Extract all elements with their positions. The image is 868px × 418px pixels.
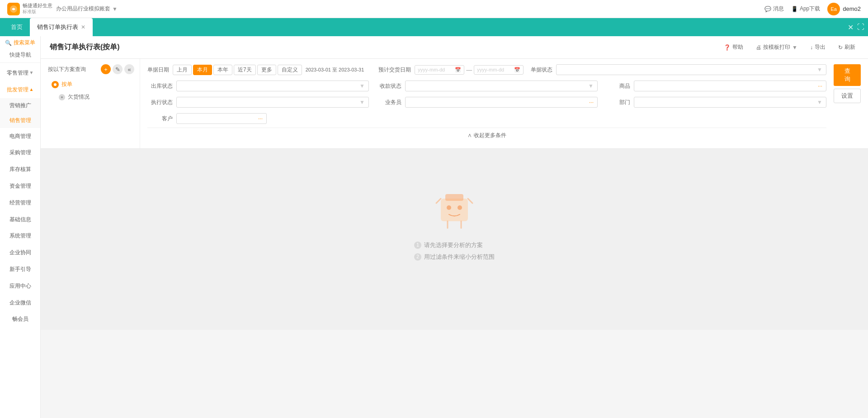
sidebar-item-operations[interactable]: 经营管理 bbox=[0, 195, 40, 211]
sidebar-item-enterprise[interactable]: 企业协同 bbox=[0, 244, 40, 261]
expected-date-to[interactable]: yyyy-mm-dd 📅 bbox=[474, 65, 524, 75]
sidebar-item-retail[interactable]: 零售管理 ▼ bbox=[0, 65, 40, 81]
customer-input[interactable]: ··· bbox=[176, 113, 267, 124]
sidebar-item-marketing-label: 营销推广 bbox=[9, 102, 31, 109]
refresh-label: 刷新 bbox=[844, 43, 855, 51]
sidebar-item-inventory[interactable]: 库存核算 bbox=[0, 161, 40, 178]
app-download-button[interactable]: 📱 App下载 bbox=[791, 5, 820, 13]
scheme-add-button[interactable]: + bbox=[101, 64, 111, 74]
doc-status-arrow-icon: ▼ bbox=[817, 66, 822, 73]
date-btn-more[interactable]: 更多 bbox=[257, 65, 276, 75]
date-btn-last7[interactable]: 近7天 bbox=[234, 65, 256, 75]
logo-icon bbox=[7, 3, 20, 15]
sidebar-item-procurement[interactable]: 采购管理 bbox=[0, 144, 40, 161]
breadcrumb-arrow-icon[interactable]: ▼ bbox=[112, 6, 118, 12]
filter-cell-exec: 执行状态 ▼ bbox=[147, 97, 369, 108]
scheme-edit-button[interactable]: ✎ bbox=[113, 64, 123, 74]
sidebar-item-system[interactable]: 系统管理 bbox=[0, 228, 40, 244]
date-btn-last-month[interactable]: 上月 bbox=[173, 65, 192, 75]
goods-input[interactable]: ··· bbox=[634, 81, 826, 91]
exec-status-select[interactable]: ▼ bbox=[176, 97, 369, 108]
search-icon: 🔍 bbox=[5, 40, 12, 46]
date-btn-this-year[interactable]: 本年 bbox=[213, 65, 232, 75]
sidebar-item-sales[interactable]: 销售管理 bbox=[0, 113, 40, 128]
svg-line-8 bbox=[468, 199, 472, 203]
sidebar-quick-nav[interactable]: 快捷导航 bbox=[0, 49, 40, 63]
message-icon: 💬 bbox=[764, 6, 771, 12]
logo-name: 畅捷通好生意 bbox=[23, 3, 52, 9]
header-right: 💬 消息 📱 App下载 Ea demo2 bbox=[764, 3, 861, 15]
date-btn-this-month[interactable]: 本月 bbox=[193, 65, 212, 75]
query-button[interactable]: 查询 bbox=[834, 64, 861, 86]
sidebar-item-newbie[interactable]: 新手引导 bbox=[0, 261, 40, 278]
header-left: 畅捷通好生意 标准版 办公用品行业模拟账套 ▼ bbox=[7, 3, 118, 15]
expected-date-from[interactable]: yyyy-mm-dd 📅 bbox=[415, 65, 464, 75]
tab-close-all-button[interactable]: ✕ bbox=[848, 23, 854, 32]
calendar-to-icon: 📅 bbox=[514, 67, 520, 73]
sidebar-item-finance-label: 资金管理 bbox=[9, 183, 31, 189]
sidebar: 🔍 搜索菜单 快捷导航 零售管理 ▼ 批发管理 ▲ 营销推广 销售管理 电商管理… bbox=[0, 36, 41, 418]
date-btn-custom[interactable]: 自定义 bbox=[278, 65, 302, 75]
tab-bar: 首页 销售订单执行表 ✕ ✕ ⛶ bbox=[0, 18, 868, 36]
sidebar-item-procurement-label: 采购管理 bbox=[9, 149, 31, 156]
sidebar-item-wechat[interactable]: 企业微信 bbox=[0, 294, 40, 311]
scheme-panel-title: 按以下方案查询 bbox=[48, 66, 86, 73]
user-area[interactable]: Ea demo2 bbox=[827, 3, 861, 15]
warehouse-status-select[interactable]: ▼ bbox=[176, 81, 369, 91]
doc-status-select[interactable]: ▼ bbox=[556, 64, 826, 75]
tab-close-icon[interactable]: ✕ bbox=[81, 24, 85, 30]
sidebar-item-wholesale[interactable]: 批发管理 ▲ bbox=[0, 81, 40, 98]
sidebar-item-wechat-label: 企业微信 bbox=[9, 299, 31, 306]
breadcrumb: 办公用品行业模拟账套 ▼ bbox=[56, 5, 118, 13]
date-separator: — bbox=[466, 66, 472, 73]
empty-tips: 1 请先选择要分析的方案 2 用过滤条件来缩小分析范围 bbox=[414, 239, 495, 263]
help-button[interactable]: ❓ 帮助 bbox=[720, 42, 747, 53]
user-name[interactable]: demo2 bbox=[843, 5, 861, 12]
filter-row-2: 出库状态 ▼ 收款状态 ▼ bbox=[147, 81, 826, 91]
sidebar-item-marketing[interactable]: 营销推广 bbox=[0, 98, 40, 113]
department-select[interactable]: ▼ bbox=[634, 97, 826, 108]
salesperson-label: 业务员 bbox=[376, 99, 401, 106]
collapse-bar[interactable]: ∧ 收起更多条件 bbox=[147, 128, 826, 143]
doc-status-label: 单据状态 bbox=[531, 66, 552, 74]
settings-button[interactable]: 设置 bbox=[834, 89, 861, 103]
payment-status-select[interactable]: ▼ bbox=[405, 81, 598, 91]
tab-fullscreen-button[interactable]: ⛶ bbox=[857, 23, 864, 31]
refresh-button[interactable]: ↻ 刷新 bbox=[835, 42, 859, 53]
message-button[interactable]: 💬 消息 bbox=[764, 5, 784, 13]
app-download-label: App下载 bbox=[800, 5, 820, 13]
tab-bar-actions: ✕ ⛶ bbox=[848, 23, 868, 32]
tab-sales-exec[interactable]: 销售订单执行表 ✕ bbox=[30, 18, 93, 36]
print-button[interactable]: 🖨 按模板打印 ▼ bbox=[752, 42, 801, 53]
filter-row-1: 单据日期 上月 本月 本年 近7天 更多 自定义 2023-03-01 至 20… bbox=[147, 64, 826, 75]
filter-cell-expected-date: 预计交货日期 yyyy-mm-dd 📅 — yyyy-mm-dd 📅 bbox=[378, 65, 524, 75]
filter-cell-warehouse: 出库状态 ▼ bbox=[147, 81, 369, 91]
sidebar-item-finance[interactable]: 资金管理 bbox=[0, 178, 40, 195]
scheme-collapse-button[interactable]: « bbox=[124, 64, 134, 74]
sidebar-item-inventory-label: 库存核算 bbox=[9, 166, 31, 172]
svg-rect-4 bbox=[445, 194, 463, 201]
salesperson-input[interactable]: ··· bbox=[405, 97, 598, 108]
warehouse-status-label: 出库状态 bbox=[147, 82, 173, 90]
salesperson-dots-icon: ··· bbox=[589, 99, 594, 105]
exec-arrow-icon: ▼ bbox=[359, 99, 365, 105]
filter-cell-department: 部门 ▼ bbox=[605, 97, 826, 108]
tab-home[interactable]: 首页 bbox=[4, 18, 30, 36]
sidebar-item-ecommerce[interactable]: 电商管理 bbox=[0, 128, 40, 145]
svg-rect-3 bbox=[441, 199, 468, 221]
scheme-item-欠货情况[interactable]: 欠货情况 bbox=[48, 91, 134, 103]
sidebar-item-retail-label: 零售管理 bbox=[7, 69, 28, 77]
export-button[interactable]: ↓ 导出 bbox=[807, 42, 829, 53]
query-buttons-area: 查询 设置 bbox=[834, 59, 868, 148]
sidebar-item-basic[interactable]: 基础信息 bbox=[0, 211, 40, 228]
filter-row-4: 客户 ··· bbox=[147, 113, 826, 124]
page-title: 销售订单执行表(按单) bbox=[50, 43, 120, 52]
print-label: 按模板打印 bbox=[763, 43, 790, 51]
sidebar-item-apps[interactable]: 应用中心 bbox=[0, 278, 40, 294]
department-label: 部门 bbox=[605, 99, 630, 106]
sidebar-search-button[interactable]: 🔍 搜索菜单 bbox=[0, 36, 40, 49]
filter-main-area: 按以下方案查询 + ✎ « 按单 bbox=[41, 59, 868, 149]
scheme-item-按单[interactable]: 按单 bbox=[48, 78, 134, 91]
scheme-sub-label-欠货情况: 欠货情况 bbox=[68, 93, 90, 101]
sidebar-item-member[interactable]: 畅会员 bbox=[0, 311, 40, 328]
